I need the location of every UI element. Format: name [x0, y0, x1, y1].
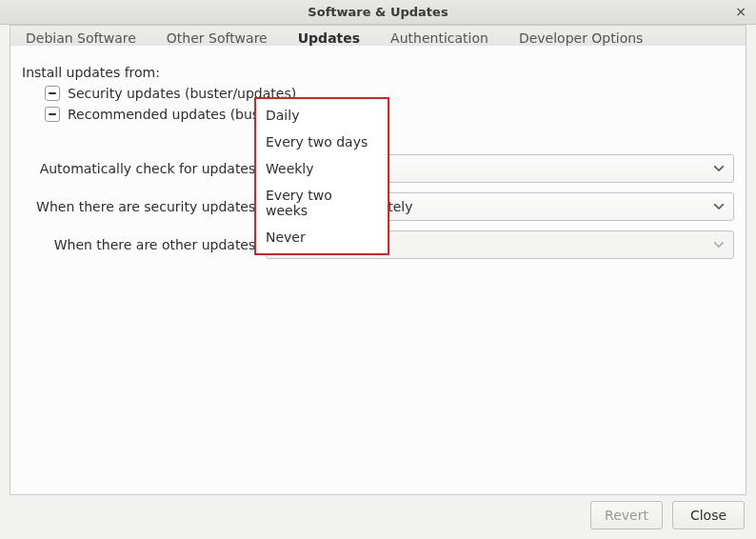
- window-body: Debian Software Other Software Updates A…: [0, 25, 756, 539]
- revert-button[interactable]: Revert: [590, 501, 663, 529]
- auto-check-option-daily[interactable]: Daily: [256, 102, 388, 129]
- close-icon[interactable]: ×: [733, 4, 748, 19]
- source-security-updates[interactable]: Security updates (buster/updates): [45, 86, 734, 101]
- install-updates-from-label: Install updates from:: [22, 65, 734, 80]
- security-updates-label: When there are security updates:: [22, 199, 266, 214]
- footer-buttons: Revert Close: [590, 501, 745, 529]
- chevron-down-icon: [714, 242, 724, 248]
- close-button[interactable]: Close: [672, 501, 745, 529]
- chevron-down-icon: [714, 166, 724, 171]
- auto-check-option-weekly[interactable]: Weekly: [256, 155, 388, 182]
- other-updates-label: When there are other updates:: [22, 237, 266, 252]
- auto-check-option-never[interactable]: Never: [256, 224, 388, 250]
- source-recommended-updates[interactable]: Recommended updates (buster-updates): [45, 107, 734, 122]
- window-title: Software & Updates: [308, 5, 448, 19]
- chevron-down-icon: [714, 204, 724, 210]
- checkbox-indeterminate-icon[interactable]: [45, 107, 60, 122]
- auto-check-label: Automatically check for updates:: [22, 161, 266, 176]
- auto-check-option-every-two-weeks[interactable]: Every two weeks: [256, 182, 388, 224]
- checkbox-indeterminate-icon[interactable]: [45, 86, 60, 101]
- auto-check-dropdown[interactable]: Daily Every two days Weekly Every two we…: [254, 97, 389, 255]
- titlebar: Software & Updates ×: [0, 0, 756, 25]
- auto-check-option-every-two-days[interactable]: Every two days: [256, 129, 388, 155]
